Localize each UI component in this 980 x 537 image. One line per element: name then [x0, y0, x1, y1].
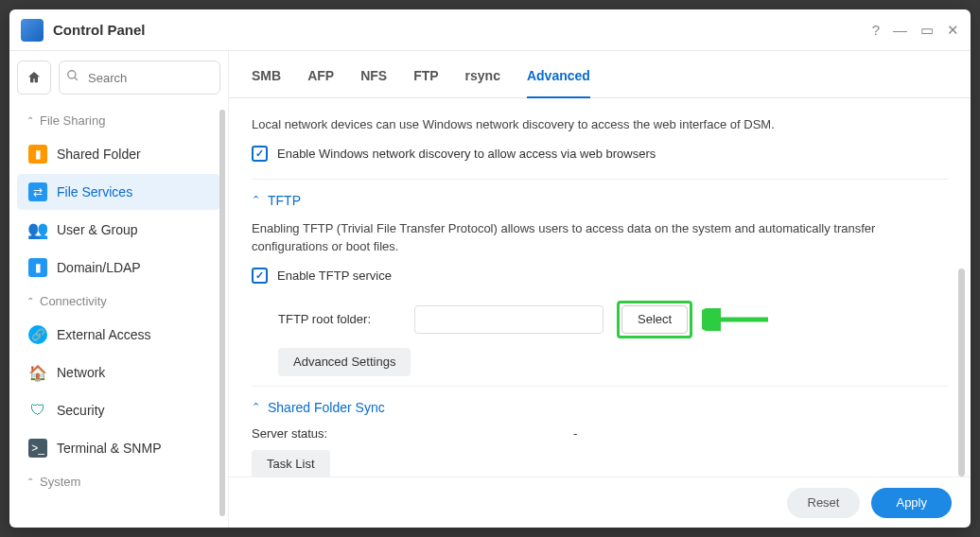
window-controls: ? — ▭ ✕ [872, 22, 959, 39]
search-icon [66, 69, 79, 85]
chevron-up-icon: ⌃ [252, 194, 260, 206]
globe-icon: 🔗 [28, 325, 47, 344]
section-connectivity[interactable]: ⌃ Connectivity [17, 286, 220, 316]
sidebar-item-security[interactable]: 🛡 Security [17, 392, 220, 428]
tftp-section-toggle[interactable]: ⌃ TFTP [252, 193, 948, 208]
tftp-root-input[interactable] [414, 305, 604, 334]
sidebar-item-external-access[interactable]: 🔗 External Access [17, 317, 220, 353]
content-area: Local network devices can use Windows ne… [229, 98, 971, 476]
chevron-up-icon: ⌃ [26, 476, 34, 487]
services-icon: ⇄ [28, 182, 47, 201]
annotation-highlight: Select [617, 301, 692, 338]
advanced-settings-button[interactable]: Advanced Settings [278, 348, 411, 376]
server-status-label: Server status: [252, 426, 573, 441]
shield-icon: 🛡 [28, 401, 47, 420]
sidebar-item-user-group[interactable]: 👥 User & Group [17, 212, 220, 248]
tftp-checkbox-row[interactable]: ✓ Enable TFTP service [252, 268, 948, 284]
app-icon [21, 19, 44, 42]
sidebar-item-domain-ldap[interactable]: ▮ Domain/LDAP [17, 250, 220, 286]
terminal-icon: >_ [28, 439, 47, 458]
tftp-checkbox-label: Enable TFTP service [277, 268, 392, 283]
user-icon: 👥 [28, 220, 47, 239]
select-button[interactable]: Select [621, 305, 688, 334]
sidebar-scrollbar[interactable] [219, 110, 225, 516]
sidebar-item-terminal-snmp[interactable]: >_ Terminal & SNMP [17, 430, 220, 466]
tab-nfs[interactable]: NFS [360, 68, 387, 97]
tftp-advanced-row: Advanced Settings [278, 348, 948, 376]
chevron-up-icon: ⌃ [26, 296, 34, 306]
annotation-arrow-icon [702, 308, 778, 331]
wsd-description: Local network devices can use Windows ne… [252, 115, 948, 134]
sidebar-item-shared-folder[interactable]: ▮ Shared Folder [17, 136, 220, 172]
checkbox-checked-icon[interactable]: ✓ [252, 268, 268, 284]
folder-icon: ▮ [28, 145, 47, 164]
server-status-row: Server status: - [252, 426, 948, 441]
window-title: Control Panel [53, 22, 872, 38]
sidebar: ⌃ File Sharing ▮ Shared Folder ⇄ File Se… [9, 51, 229, 528]
maximize-icon[interactable]: ▭ [920, 22, 934, 39]
reset-button[interactable]: Reset [787, 488, 861, 518]
section-file-sharing[interactable]: ⌃ File Sharing [17, 106, 220, 135]
titlebar: Control Panel ? — ▭ ✕ [9, 9, 971, 51]
svg-line-1 [75, 78, 78, 80]
apply-button[interactable]: Apply [871, 488, 952, 518]
checkbox-checked-icon[interactable]: ✓ [252, 146, 268, 162]
section-system[interactable]: ⌃ System [17, 467, 220, 496]
tab-ftp[interactable]: FTP [413, 68, 438, 97]
tab-smb[interactable]: SMB [252, 68, 281, 97]
tab-advanced[interactable]: Advanced [527, 68, 590, 98]
server-status-value: - [573, 426, 577, 441]
home-button[interactable] [17, 61, 51, 95]
chevron-up-icon: ⌃ [26, 115, 34, 126]
task-list-button[interactable]: Task List [252, 450, 330, 477]
tftp-description: Enabling TFTP (Trivial File Transfer Pro… [252, 219, 948, 256]
help-icon[interactable]: ? [872, 22, 880, 38]
tab-afp[interactable]: AFP [307, 68, 334, 97]
control-panel-window: Control Panel ? — ▭ ✕ ⌃ [9, 9, 971, 528]
sfs-section-toggle[interactable]: ⌃ Shared Folder Sync [252, 400, 948, 415]
chevron-up-icon: ⌃ [252, 401, 260, 413]
network-icon: 🏠 [28, 363, 47, 382]
shared-folder-sync-section: ⌃ Shared Folder Sync Server status: - Ta… [252, 386, 948, 477]
domain-icon: ▮ [28, 258, 47, 277]
wsd-checkbox-label: Enable Windows network discovery to allo… [277, 147, 656, 161]
footer: Reset Apply [229, 476, 971, 528]
wsd-checkbox-row[interactable]: ✓ Enable Windows network discovery to al… [252, 146, 948, 162]
search-input[interactable] [59, 61, 220, 95]
sidebar-item-network[interactable]: 🏠 Network [17, 355, 220, 390]
tftp-section: ⌃ TFTP Enabling TFTP (Trivial File Trans… [252, 179, 948, 376]
tftp-root-row: TFTP root folder: Select [278, 301, 948, 338]
content-scrollbar[interactable] [958, 268, 965, 476]
close-icon[interactable]: ✕ [947, 22, 959, 39]
home-icon [26, 70, 42, 85]
tabs: SMB AFP NFS FTP rsync Advanced [229, 51, 971, 98]
search-wrap [59, 61, 220, 95]
sidebar-item-file-services[interactable]: ⇄ File Services [17, 174, 220, 210]
tab-rsync[interactable]: rsync [465, 68, 500, 97]
tftp-root-label: TFTP root folder: [278, 312, 401, 326]
minimize-icon[interactable]: — [893, 22, 907, 38]
svg-point-0 [68, 71, 76, 78]
main-panel: SMB AFP NFS FTP rsync Advanced Local net… [229, 51, 971, 528]
